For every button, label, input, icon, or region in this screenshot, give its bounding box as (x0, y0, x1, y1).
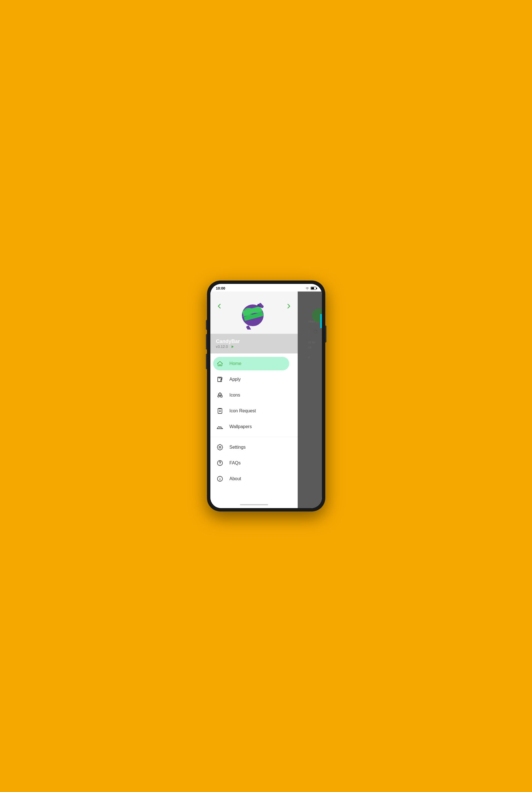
app-version: v3.12.0 (216, 344, 228, 349)
cyan-accent (320, 314, 322, 328)
nav-items-list: Home Apply (210, 354, 298, 501)
nav-item-icons[interactable]: Icons (210, 387, 298, 403)
nav-item-faqs[interactable]: FAQs (210, 455, 298, 471)
left-triangle-icon (216, 303, 223, 309)
right-triangle-icon (285, 303, 292, 309)
navigation-drawer: CandyBar v3.12.0 (210, 291, 298, 508)
nav-label-about: About (230, 476, 241, 481)
svg-rect-10 (221, 395, 222, 397)
icon-request-icon (216, 407, 224, 415)
wallpapers-icon (216, 423, 224, 431)
about-icon (216, 475, 224, 483)
nav-label-wallpapers: Wallpapers (230, 424, 252, 429)
app-logo (239, 299, 269, 329)
apply-icon (216, 375, 224, 383)
svg-point-12 (219, 447, 221, 448)
screen-content: cked by c nt for ck e (210, 291, 322, 508)
phone-device: 10:00 cked by (207, 281, 325, 511)
nav-item-about[interactable]: About (210, 471, 298, 487)
nav-label-icon-request: Icon Request (230, 409, 256, 413)
drawer-app-info: CandyBar v3.12.0 (210, 334, 298, 354)
next-arrow[interactable] (285, 303, 292, 311)
phone-screen: 10:00 cked by (210, 284, 322, 508)
status-bar: 10:00 (210, 284, 322, 291)
volume-up-button[interactable] (206, 320, 207, 330)
status-time: 10:00 (216, 286, 225, 290)
app-name-version: CandyBar v3.12.0 (216, 339, 240, 349)
settings-icon (216, 443, 224, 451)
drawer-header: CandyBar v3.12.0 (210, 291, 298, 354)
wifi-icon (305, 287, 309, 290)
svg-point-9 (218, 395, 220, 397)
home-indicator (210, 501, 298, 508)
nav-item-settings[interactable]: Settings (210, 439, 298, 455)
nav-label-home: Home (230, 361, 242, 366)
play-small-icon[interactable] (230, 344, 234, 349)
nav-label-faqs: FAQs (230, 460, 241, 466)
volume-down-button[interactable] (206, 334, 207, 350)
battery-icon (311, 287, 316, 290)
nav-divider (210, 437, 298, 437)
svg-point-17 (220, 477, 220, 478)
power-button[interactable] (325, 325, 326, 342)
nav-label-apply: Apply (230, 377, 241, 382)
faqs-icon (216, 459, 224, 467)
app-name: CandyBar (216, 339, 240, 344)
nav-item-wallpapers[interactable]: Wallpapers (210, 419, 298, 435)
icons-nav-icon (216, 391, 224, 399)
nav-item-apply[interactable]: Apply (210, 372, 298, 387)
nav-item-icon-request[interactable]: Icon Request (210, 403, 298, 419)
prev-arrow[interactable] (216, 303, 223, 311)
silent-button[interactable] (206, 354, 207, 369)
home-icon (216, 360, 224, 367)
status-icons (305, 287, 316, 290)
nav-label-settings: Settings (230, 445, 246, 450)
svg-point-14 (220, 465, 220, 465)
home-bar (240, 504, 268, 505)
drawer-scrim[interactable] (298, 291, 322, 508)
drawer-header-bg (210, 291, 298, 337)
nav-item-home[interactable]: Home (210, 356, 298, 372)
nav-label-icons: Icons (230, 393, 240, 398)
